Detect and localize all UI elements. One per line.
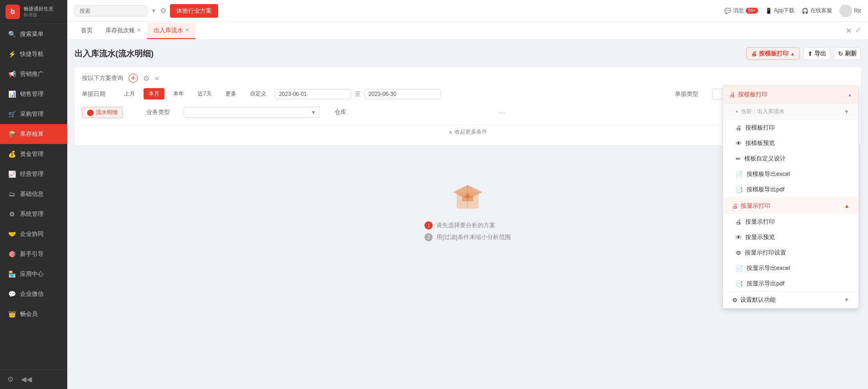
- app-subtitle: 标准版: [24, 12, 54, 18]
- online-support-btn[interactable]: 🎧 在线客服: [802, 7, 832, 15]
- inventory-icon: 📦: [7, 130, 16, 139]
- maximize-window-icon[interactable]: ⤢: [855, 26, 861, 35]
- tabs-bar: 首页 库存批次账 ✕ 出入库流水 ✕ ✕ ⤢: [67, 22, 868, 40]
- warehouse-more-icon[interactable]: ···: [498, 109, 506, 116]
- tab-flow-label: 出入库流水: [154, 26, 183, 35]
- sidebar-settings-icon[interactable]: ⚙: [7, 375, 14, 384]
- display-print-section[interactable]: 🖨 按显示打印 ▲: [723, 198, 858, 214]
- sidebar-item-label: 采购管理: [20, 110, 44, 118]
- template-excel-item[interactable]: 📄 按模板导出excel: [723, 166, 858, 182]
- step1-label: 请先选择要分析的方案: [436, 221, 495, 229]
- template-print-item[interactable]: 🖨 按模板打印: [723, 120, 858, 135]
- date-btn-more[interactable]: 更多: [220, 88, 241, 100]
- sidebar-item-label: 应用中心: [20, 270, 44, 278]
- sidebar-item-search[interactable]: 🔍 搜索菜单: [0, 24, 67, 44]
- display-excel-item[interactable]: 📄 按显示导出excel: [723, 260, 858, 276]
- template-design-item[interactable]: ✏ 模板自定义设计: [723, 151, 858, 166]
- finance-icon: 💰: [7, 150, 16, 159]
- set-default-label: 设置默认功能: [740, 296, 776, 304]
- filter-collapse-icon[interactable]: «: [155, 74, 159, 82]
- refresh-btn[interactable]: ↻ 刷新: [834, 47, 861, 60]
- sidebar-item-inventory[interactable]: 📦 库存核算: [0, 124, 67, 144]
- guide-icon: 🎯: [7, 249, 16, 259]
- display-print-icon: 🖨: [736, 219, 742, 225]
- template-preview-item-label: 按模板预览: [745, 139, 775, 147]
- tab-batch[interactable]: 库存批次账 ✕: [99, 23, 147, 39]
- print-header-chevron: ▲: [848, 92, 852, 97]
- sidebar-item-basic[interactable]: 🗂 基础信息: [0, 184, 67, 204]
- tab-batch-close[interactable]: ✕: [137, 27, 141, 33]
- sidebar-collapse-icon[interactable]: ◀◀: [21, 375, 32, 384]
- set-default-chevron: ▼: [844, 297, 849, 303]
- sidebar-item-member[interactable]: 👑 畅会员: [0, 304, 67, 324]
- empty-step-1: 1 请先选择要分析的方案: [424, 221, 510, 229]
- filter-add-btn[interactable]: +: [129, 74, 138, 83]
- user-avatar-btn[interactable]: Rit: [839, 5, 861, 17]
- filter-tag-flow[interactable]: ⬤ 流水明细: [82, 107, 123, 118]
- sidebar-item-quicknav[interactable]: ⚡ 快捷导航: [0, 44, 67, 64]
- search-dropdown-icon[interactable]: ▼: [151, 8, 156, 14]
- display-preview-icon: 👁: [736, 234, 742, 241]
- date-btn-this-year[interactable]: 本年: [168, 88, 189, 100]
- sidebar-item-sales[interactable]: 📊 销售管理: [0, 84, 67, 104]
- app-download-btn[interactable]: 📱 App下载: [765, 7, 794, 15]
- display-pdf-item[interactable]: 📑 按显示导出pdf: [723, 276, 858, 291]
- sidebar-item-purchase[interactable]: 🛒 采购管理: [0, 104, 67, 124]
- set-default-icon: ⚙: [732, 297, 738, 304]
- print-dropdown-panel: 🖨 按模板打印 ▲ ▪ 当前：出入库流水 ▼ 🖨: [723, 85, 859, 309]
- sidebar-item-marketing[interactable]: 📢 营销推广: [0, 64, 67, 84]
- date-to-input[interactable]: [364, 89, 441, 99]
- refresh-label: 刷新: [845, 50, 857, 58]
- sidebar-item-appstore[interactable]: 🏪 应用中心: [0, 264, 67, 284]
- display-print-item[interactable]: 🖨 按显示打印: [723, 214, 858, 229]
- date-btn-this-month[interactable]: 本月: [144, 88, 165, 100]
- main-area: ▼ ⚙ 体验行业方案 💬 消息 99+ 📱 App下载 🎧 在线客服: [67, 0, 868, 389]
- search-input[interactable]: [75, 5, 147, 16]
- template-print-btn[interactable]: 🖨 按模板打印 ▲: [746, 47, 800, 60]
- current-icon: ▪: [736, 108, 738, 115]
- filter-tag-icon: ⬤: [87, 109, 94, 116]
- msg-btn[interactable]: 💬 消息 99+: [724, 7, 758, 15]
- tab-flow[interactable]: 出入库流水 ✕: [147, 23, 195, 39]
- sidebar-item-operation[interactable]: 📈 经营管理: [0, 164, 67, 184]
- basic-icon: 🗂: [7, 190, 16, 199]
- print-current-item[interactable]: ▪ 当前：出入库流水 ▼: [723, 104, 858, 120]
- display-settings-item[interactable]: ⚙ 按显示打印设置: [723, 245, 858, 260]
- date-btn-custom[interactable]: 自定义: [245, 88, 271, 100]
- template-excel-icon: 📄: [736, 171, 743, 178]
- sidebar-item-label: 经营管理: [20, 170, 44, 178]
- date-from-input[interactable]: [275, 89, 351, 99]
- set-default-item[interactable]: ⚙ 设置默认功能 ▼: [723, 292, 858, 308]
- export-label: 导出: [814, 50, 826, 58]
- close-window-icon[interactable]: ✕: [846, 26, 852, 35]
- warehouse-input[interactable]: [372, 107, 508, 117]
- display-preview-item[interactable]: 👁 按显示预览: [723, 229, 858, 245]
- template-design-item-label: 模板自定义设计: [744, 155, 786, 163]
- biz-type-dropdown-icon[interactable]: ▼: [310, 109, 316, 116]
- page-title-row: 出入库流水(流水明细) 🖨 按模板打印 ▲ ⬆ 导出 ↻ 刷新: [75, 47, 861, 60]
- sidebar-item-system[interactable]: ⚙ 系统管理: [0, 204, 67, 224]
- tab-home[interactable]: 首页: [75, 23, 99, 39]
- sidebar-item-label: 资金管理: [20, 150, 44, 158]
- appstore-icon: 🏪: [7, 269, 16, 279]
- operation-icon: 📈: [7, 170, 16, 179]
- msg-label: 消息: [733, 7, 744, 15]
- sidebar-item-wechat[interactable]: 💬 企业微信: [0, 284, 67, 304]
- biz-type-input[interactable]: [184, 107, 320, 118]
- template-pdf-item[interactable]: 📑 按模板导出pdf: [723, 182, 858, 197]
- sidebar-item-guide[interactable]: 🎯 新手引导: [0, 244, 67, 264]
- filter-settings-icon[interactable]: ⚙: [143, 74, 150, 83]
- sidebar-item-collab[interactable]: 🤝 企业协同: [0, 224, 67, 244]
- trial-btn[interactable]: 体验行业方案: [170, 4, 218, 18]
- date-btn-7days[interactable]: 近7天: [193, 88, 217, 100]
- step2-label: 用[过滤]条件来缩小分析范围: [436, 233, 510, 241]
- sidebar-item-finance[interactable]: 💰 资金管理: [0, 144, 67, 164]
- topbar-settings-icon[interactable]: ⚙: [160, 6, 166, 15]
- tab-flow-close[interactable]: ✕: [185, 27, 189, 33]
- page-title-left: 出入库流水(流水明细): [75, 48, 154, 59]
- user-name: Rit: [854, 8, 861, 14]
- template-preview-item[interactable]: 👁 按模板预览: [723, 135, 858, 151]
- date-btn-last-month[interactable]: 上月: [119, 88, 140, 100]
- export-btn[interactable]: ⬆ 导出: [803, 47, 830, 60]
- display-section-chevron: ▲: [844, 203, 849, 209]
